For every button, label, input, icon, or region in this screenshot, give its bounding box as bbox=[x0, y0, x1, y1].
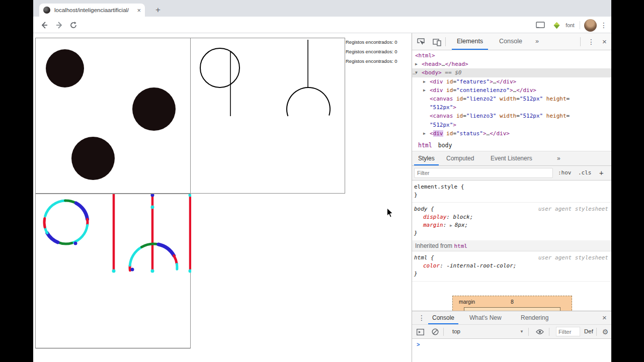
inspect-element-icon[interactable] bbox=[416, 37, 425, 46]
devtools-close-icon[interactable]: × bbox=[602, 33, 607, 50]
tab-console[interactable]: Console bbox=[499, 33, 522, 50]
avatar bbox=[584, 19, 597, 32]
hov-toggle[interactable]: :hov bbox=[558, 166, 572, 180]
console-prompt-row[interactable]: > bbox=[412, 339, 611, 362]
tab-favicon-icon bbox=[43, 7, 50, 14]
css-rule[interactable]: element.style {} bbox=[412, 180, 611, 203]
dom-tree-line[interactable]: ▶<div id="features">…</div> bbox=[412, 77, 611, 86]
drawer-tab-bar: ⋮ Console What's New Rendering × bbox=[412, 311, 611, 325]
console-sidebar-icon[interactable] bbox=[416, 328, 424, 336]
stylesheet-origin-note: user agent stylesheet bbox=[538, 254, 608, 262]
divider bbox=[445, 37, 446, 46]
breadcrumb-body[interactable]: body bbox=[438, 142, 452, 149]
context-selector[interactable]: top bbox=[452, 325, 460, 338]
styles-filter-row: :hov .cls + bbox=[412, 166, 611, 180]
dom-tree-line[interactable]: …▼<body> == $0 bbox=[412, 68, 611, 77]
drawer-tab-rendering[interactable]: Rendering bbox=[521, 311, 548, 324]
dom-tree-line[interactable]: ▶<head>…</head> bbox=[412, 60, 611, 68]
breadcrumb: html body bbox=[412, 139, 611, 151]
dom-tree-line[interactable]: <canvas id="lienzo2" width="512px" heigh… bbox=[412, 95, 611, 103]
live-expression-eye-icon[interactable] bbox=[536, 328, 544, 336]
console-drawer: ⋮ Console What's New Rendering × bbox=[412, 311, 611, 362]
css-property[interactable]: margin: ▶ 8px; bbox=[414, 221, 611, 229]
property-name[interactable]: color bbox=[423, 262, 440, 269]
new-style-rule-button[interactable]: + bbox=[599, 166, 603, 180]
tab-close-icon[interactable]: × bbox=[137, 7, 141, 14]
expand-arrow-icon[interactable]: ▶ bbox=[423, 77, 430, 86]
dom-token: <canvas bbox=[430, 96, 453, 102]
reload-icon[interactable] bbox=[67, 19, 79, 31]
extension-icon[interactable] bbox=[550, 19, 562, 31]
outline-shapes-svg bbox=[191, 38, 346, 194]
cast-icon[interactable] bbox=[534, 19, 546, 31]
dom-token: "features" bbox=[456, 78, 490, 85]
dom-token: <head> bbox=[422, 61, 442, 67]
screen: localhost/inteligenciaartificial/e × + bbox=[0, 0, 644, 362]
dom-tree-line[interactable]: <html> bbox=[412, 51, 611, 60]
dom-token: id bbox=[453, 113, 463, 119]
gutter-dots: … bbox=[413, 68, 416, 77]
dom-token: = bbox=[453, 130, 456, 137]
more-tabs-icon[interactable]: » bbox=[535, 33, 539, 50]
tab-styles[interactable]: Styles bbox=[418, 151, 435, 165]
console-settings-gear-icon[interactable]: ⚙ bbox=[601, 328, 609, 336]
dom-token: = bbox=[463, 113, 466, 119]
browser-tab[interactable]: localhost/inteligenciaartificial/e × bbox=[39, 4, 145, 17]
expand-property-icon[interactable]: ▶ bbox=[450, 223, 455, 228]
filled-circles-svg bbox=[36, 38, 191, 194]
rule-close-brace: } bbox=[414, 229, 611, 237]
css-rule[interactable]: user agent stylesheetbody {display: bloc… bbox=[412, 203, 611, 241]
css-property[interactable]: display: block; bbox=[414, 213, 611, 221]
drawer-tab-console[interactable]: Console bbox=[432, 311, 454, 324]
console-prompt-chevron: > bbox=[417, 341, 420, 347]
log-levels-selector[interactable]: Def bbox=[584, 325, 593, 338]
dom-tree-line[interactable]: "512px"> bbox=[412, 121, 611, 129]
inherited-tag-link[interactable]: html bbox=[454, 243, 467, 249]
divider bbox=[549, 328, 549, 336]
profile-avatar[interactable] bbox=[584, 19, 597, 31]
drawer-tab-whats-new[interactable]: What's New bbox=[469, 311, 502, 324]
margin-top-value[interactable]: 8 bbox=[453, 299, 572, 305]
property-name[interactable]: display bbox=[423, 214, 446, 220]
breadcrumb-html[interactable]: html bbox=[418, 142, 432, 149]
canvas-filled-circles bbox=[35, 38, 191, 194]
styles-filter-input[interactable] bbox=[414, 168, 553, 178]
device-toolbar-icon[interactable] bbox=[432, 37, 441, 46]
toolbar-divider bbox=[580, 21, 580, 29]
tab-event-listeners[interactable]: Event Listeners bbox=[491, 151, 532, 165]
new-tab-button[interactable]: + bbox=[152, 4, 164, 16]
inherited-label: Inherited from bbox=[415, 242, 452, 249]
forward-icon[interactable] bbox=[53, 19, 65, 31]
tab-strip: localhost/inteligenciaartificial/e × + bbox=[33, 0, 611, 17]
dom-tree-line[interactable]: "512px"> bbox=[412, 103, 611, 112]
dom-token: id bbox=[443, 87, 453, 94]
dom-tree-line[interactable]: ▶<div id="contienelienzo">…</div> bbox=[412, 86, 611, 95]
expand-arrow-icon[interactable]: ▶ bbox=[423, 129, 430, 138]
cls-toggle[interactable]: .cls bbox=[578, 166, 592, 180]
console-filter-input[interactable] bbox=[556, 327, 580, 336]
tab-computed[interactable]: Computed bbox=[446, 151, 474, 165]
dom-tree-line[interactable]: <canvas id="lienzo3" width="512px" heigh… bbox=[412, 112, 611, 120]
back-icon[interactable] bbox=[38, 19, 50, 31]
rule-selector[interactable]: element.style { bbox=[414, 183, 611, 191]
css-rule[interactable]: user agent stylesheethtml {color: -inter… bbox=[412, 251, 611, 282]
dom-token: < bbox=[430, 130, 433, 137]
dom-tree-line[interactable]: ▶<div id="status">…</div> bbox=[412, 129, 611, 138]
more-sidebar-tabs-icon[interactable]: » bbox=[557, 151, 560, 165]
drawer-menu-icon[interactable]: ⋮ bbox=[418, 311, 425, 324]
dom-token: width bbox=[496, 96, 516, 102]
expand-arrow-icon[interactable]: ▶ bbox=[415, 60, 422, 68]
detection-overlay-svg bbox=[36, 194, 191, 349]
styles-tab-bar: Styles Computed Event Listeners » bbox=[412, 151, 611, 166]
drawer-close-icon[interactable]: × bbox=[602, 311, 607, 324]
css-property[interactable]: color: -internal-root-color; bbox=[414, 262, 611, 270]
font-extension-label[interactable]: font bbox=[562, 19, 578, 31]
browser-menu-icon[interactable]: ⋮ bbox=[599, 19, 609, 31]
expand-arrow-icon[interactable]: ▶ bbox=[423, 86, 430, 95]
dom-token: > bbox=[490, 78, 493, 85]
context-dropdown-icon[interactable]: ▼ bbox=[520, 325, 524, 338]
tab-elements[interactable]: Elements bbox=[457, 33, 483, 50]
devtools-menu-icon[interactable]: ⋮ bbox=[588, 33, 595, 50]
property-name[interactable]: margin bbox=[423, 222, 443, 228]
clear-console-icon[interactable] bbox=[431, 328, 439, 336]
